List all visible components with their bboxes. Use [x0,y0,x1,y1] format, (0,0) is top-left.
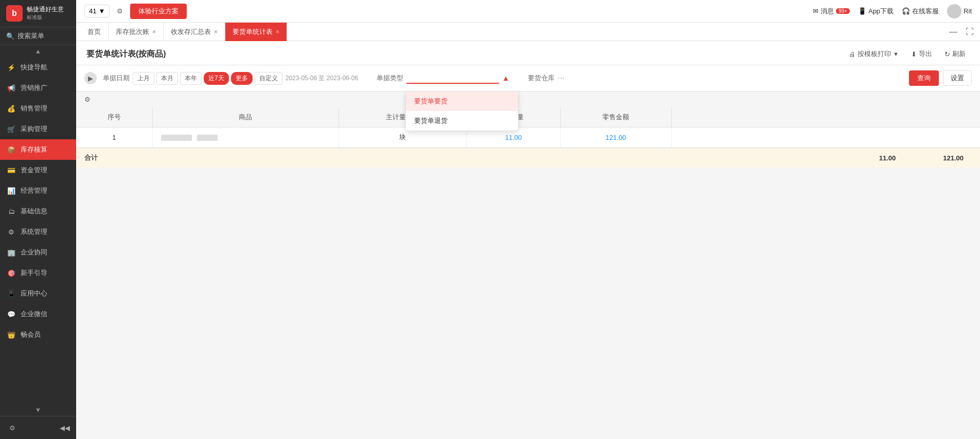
refresh-btn[interactable]: ↻ 刷新 [940,47,970,61]
sidebar: b 畅捷通好生意 标准版 🔍 搜索菜单 ▲ ⚡ 快捷导航 📢 营销推广 💰 销售… [0,0,76,439]
set-btn[interactable]: 设置 [943,70,972,86]
sidebar-collapse-btn[interactable]: ◀◀ [60,424,70,432]
tab-inventory-batch-close[interactable]: × [152,28,156,35]
type-filter-chevron-up[interactable]: ▲ [502,74,509,82]
tab-home-label: 首页 [87,27,101,36]
search-menu[interactable]: 🔍 搜索菜单 [0,27,76,45]
data-table-container: ⚙ 序号 商品 主计量单位 主数量 零售金额 1 [76,92,980,148]
sidebar-footer: ⚙ ◀◀ [0,416,76,439]
guide-icon: 🎯 [6,268,16,278]
export-icon: ⬇ [911,50,917,58]
print-label: 按模板打印 [858,49,891,59]
tab-order-stats[interactable]: 要货单统计表 × [225,23,287,41]
date-buttons: 上月 本月 本年 近7天 更多 自定义 [133,72,282,85]
topbar-left: 41 ▼ ⚙ 体验行业方案 [84,4,813,19]
cell-amount[interactable]: 121.00 [560,127,671,148]
sidebar-item-quick-nav[interactable]: ⚡ 快捷导航 [0,57,76,78]
table-row: 1 块 11.00 121.00 [76,127,980,148]
sidebar-item-purchase[interactable]: 🛒 采购管理 [0,119,76,139]
footer-amount: 121.00 [935,154,972,162]
cell-seq: 1 [76,127,152,148]
tab-order-stats-close[interactable]: × [276,28,279,35]
curr-month-btn[interactable]: 本月 [156,72,178,85]
company-selector[interactable]: 41 ▼ [84,5,110,17]
online-service-btn[interactable]: 🎧 在线客服 [902,7,939,16]
data-table: 序号 商品 主计量单位 主数量 零售金额 1 [76,107,980,148]
sidebar-item-inventory[interactable]: 📦 库存核算 [0,139,76,160]
col-extra [671,107,980,127]
print-icon: 🖨 [849,50,856,58]
refresh-label: 刷新 [952,49,966,59]
scroll-down-btn[interactable]: ▼ [0,404,76,416]
warehouse-filter-dots[interactable]: ··· [558,74,564,83]
company-selector-value: 41 [89,7,96,15]
app-download-btn[interactable]: 📱 App下载 [858,7,894,16]
sidebar-item-enterprise[interactable]: 🏢 企业协同 [0,242,76,263]
system-icon: ⚙ [6,227,16,237]
trial-btn[interactable]: 体验行业方案 [130,4,187,19]
page-actions: 🖨 按模板打印 ▼ ⬇ 导出 ↻ 刷新 [845,47,970,61]
refresh-icon: ↻ [945,50,950,58]
sidebar-item-basic[interactable]: 🗂 基础信息 [0,201,76,222]
search-icon: 🔍 [6,32,14,40]
sidebar-item-label: 企业协同 [21,248,47,257]
sidebar-item-marketing[interactable]: 📢 营销推广 [0,78,76,98]
curr-year-btn[interactable]: 本年 [180,72,202,85]
member-icon: 👑 [6,330,16,340]
type-filter-group: 单据类型 ▲ [377,73,509,84]
online-service-label: 在线客服 [912,7,939,16]
operation-icon: 📊 [6,186,16,196]
enterprise-icon: 🏢 [6,247,16,258]
sidebar-item-finance[interactable]: 💳 资金管理 [0,160,76,180]
print-btn[interactable]: 🖨 按模板打印 ▼ [845,47,903,61]
sidebar-item-label: 销售管理 [21,104,47,113]
recent-7day-btn[interactable]: 近7天 [204,72,229,85]
tab-minimize-btn[interactable]: — [947,27,959,36]
type-filter-label: 单据类型 [377,74,403,83]
dropdown-item-order-return[interactable]: 要货单退货 [406,111,518,131]
sidebar-item-wechat[interactable]: 💬 企业微信 [0,304,76,324]
sidebar-item-sales[interactable]: 💰 销售管理 [0,98,76,119]
message-icon: ✉ [813,7,818,15]
prev-month-btn[interactable]: 上月 [133,72,154,85]
type-filter-input[interactable] [406,73,499,84]
messages-btn[interactable]: ✉ 消息 99+ [813,7,850,16]
cell-product [152,127,338,148]
tab-inventory-batch[interactable]: 库存批次账 × [109,23,164,41]
sidebar-item-label: 系统管理 [21,227,47,236]
sidebar-item-member[interactable]: 👑 畅会员 [0,324,76,345]
tab-home[interactable]: 首页 [80,23,109,41]
filter-expand-btn[interactable]: ▶ [84,72,97,84]
export-btn[interactable]: ⬇ 导出 [907,47,936,61]
export-label: 导出 [919,49,932,59]
tab-collect-summary-close[interactable]: × [214,28,218,35]
topbar-settings-btn[interactable]: ⚙ [114,5,126,17]
user-profile-btn[interactable]: Rit [947,4,972,19]
scroll-up-btn[interactable]: ▲ [0,45,76,57]
dropdown-item-order-goods[interactable]: 要货单要货 [406,92,518,111]
settings-footer-btn[interactable]: ⚙ [6,422,19,434]
sidebar-item-label: 快捷导航 [21,63,47,72]
date-range-display: 2023-05-06 至 2023-06-06 [286,74,358,83]
table-toolbar: ⚙ [76,92,980,107]
sidebar-item-label: 应用中心 [21,289,47,298]
more-btn[interactable]: 更多 [231,72,253,85]
messages-label: 消息 [821,7,834,16]
chevron-down-icon: ▼ [98,7,105,15]
app-version: 标准版 [27,14,64,21]
query-btn[interactable]: 查询 [909,70,939,86]
sidebar-item-appstore[interactable]: 📱 应用中心 [0,283,76,304]
col-product: 商品 [152,107,338,127]
col-amount: 零售金额 [560,107,671,127]
custom-date-btn[interactable]: 自定义 [255,72,282,85]
warehouse-filter-group: 要货仓库 ··· [528,74,564,83]
finance-icon: 💳 [6,165,16,175]
sidebar-item-system[interactable]: ⚙ 系统管理 [0,222,76,242]
tab-expand-btn[interactable]: ⛶ [964,27,976,36]
tab-collect-summary[interactable]: 收发存汇总表 × [164,23,225,41]
sidebar-item-operation[interactable]: 📊 经营管理 [0,180,76,201]
footer-label: 合计 [84,153,98,162]
footer-qty: 11.00 [871,154,904,162]
sidebar-item-guide[interactable]: 🎯 新手引导 [0,263,76,283]
table-settings-icon[interactable]: ⚙ [84,96,91,103]
